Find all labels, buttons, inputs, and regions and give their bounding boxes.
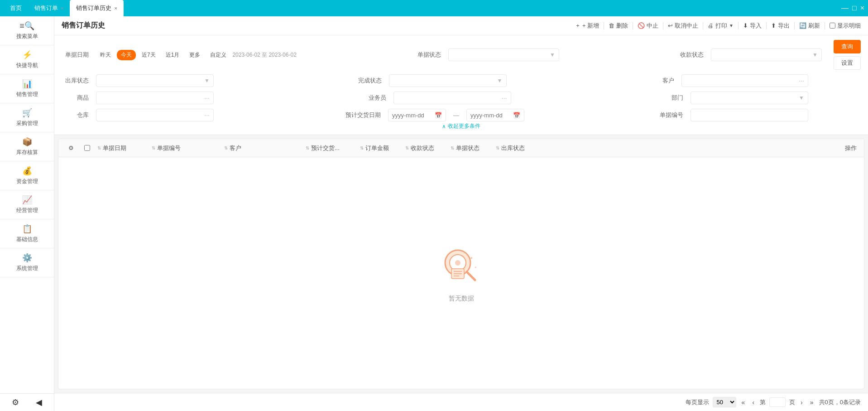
delivery-date-from-input[interactable]: [392, 112, 433, 119]
sort-amount-icon[interactable]: ⇅: [360, 145, 364, 150]
toolbar-divider-2: [633, 22, 633, 29]
stop-button[interactable]: 🚫 中止: [638, 22, 658, 30]
warehouse-dots-icon[interactable]: ···: [204, 111, 210, 119]
minimize-btn[interactable]: —: [841, 4, 849, 12]
page-header: 销售订单历史 + + 新增 🗑 删除 🚫 中止 ↩: [54, 16, 868, 35]
warehouse-input[interactable]: [100, 112, 204, 119]
delete-button[interactable]: 🗑 删除: [609, 22, 628, 30]
doc-no-input[interactable]: [695, 112, 804, 119]
purchase-icon: 🛒: [22, 108, 32, 118]
product-dots-icon[interactable]: ···: [204, 94, 210, 102]
date-chip-1month[interactable]: 近1月: [162, 50, 184, 60]
empty-illustration: ✦ ✦: [439, 244, 484, 289]
cancel-stop-button[interactable]: ↩ 取消中止: [668, 22, 698, 30]
tab-sales-order-history-close[interactable]: ×: [114, 5, 117, 11]
salesperson-input[interactable]: [398, 95, 502, 102]
customer-input[interactable]: [686, 77, 799, 84]
product-input[interactable]: [100, 95, 204, 102]
first-page-btn[interactable]: «: [740, 398, 747, 407]
doc-status-select[interactable]: ▼: [448, 48, 559, 61]
next-page-btn[interactable]: ›: [799, 398, 805, 407]
table-header: ⚙ ⇅ 单据日期 ⇅ 单据编号 ⇅ 客户 ⇅: [58, 139, 864, 157]
export-icon: ⬆: [771, 22, 776, 29]
query-button[interactable]: 查询: [834, 40, 861, 53]
set-button[interactable]: 设置: [834, 56, 861, 70]
delivery-date-from[interactable]: 📅: [388, 109, 446, 121]
date-chip-today[interactable]: 今天: [117, 50, 136, 60]
tab-sales-order-close[interactable]: ×: [61, 5, 63, 11]
salesperson-field[interactable]: ···: [393, 92, 511, 104]
warehouse-field[interactable]: ···: [96, 109, 214, 121]
product-field[interactable]: ···: [96, 92, 214, 104]
date-chip-custom[interactable]: 自定义: [206, 50, 230, 60]
customer-field[interactable]: ···: [681, 74, 808, 87]
th-check[interactable]: [80, 141, 94, 155]
total-text: 共0页，0条记录: [819, 398, 861, 406]
export-button[interactable]: ⬆ 导出: [771, 22, 790, 30]
select-all-checkbox[interactable]: [84, 145, 90, 151]
customer-dots-icon[interactable]: ···: [799, 77, 804, 84]
payment-status-select[interactable]: ▼: [711, 48, 822, 61]
tab-home[interactable]: 首页: [4, 0, 28, 16]
maximize-btn[interactable]: □: [852, 4, 857, 12]
new-button[interactable]: + + 新增: [576, 22, 599, 30]
sidebar-item-purchase[interactable]: 🛒 采购管理: [0, 103, 54, 132]
page-number-input[interactable]: 1: [769, 397, 786, 407]
collapse-up-icon: ∧: [442, 123, 446, 130]
settings-icon[interactable]: ⚙: [12, 397, 19, 407]
sidebar-item-base[interactable]: 📋 基础信息: [0, 219, 54, 248]
th-amount: ⇅ 订单金额: [356, 140, 402, 156]
search-menu-icon: ≡🔍: [19, 21, 34, 31]
th-ops: 操作: [537, 140, 860, 156]
date-chip-7days[interactable]: 近7天: [138, 50, 160, 60]
sort-date-icon[interactable]: ⇅: [97, 145, 101, 150]
toolbar-divider-7: [794, 22, 795, 29]
payment-status-chevron-icon: ▼: [812, 52, 818, 58]
tab-sales-order[interactable]: 销售订单 ×: [28, 0, 70, 16]
sort-doc-status-icon[interactable]: ⇅: [451, 145, 454, 150]
filter-collapse-btn[interactable]: ∧ 收起更多条件: [62, 122, 861, 130]
prev-page-btn[interactable]: ‹: [750, 398, 756, 407]
import-button[interactable]: ⬇ 导入: [743, 22, 762, 30]
top-bar: 首页 销售订单 × 销售订单历史 × — □ ×: [0, 0, 868, 16]
sidebar-item-operation[interactable]: 📈 经营管理: [0, 190, 54, 219]
sort-out-status-icon[interactable]: ⇅: [496, 145, 499, 150]
salesperson-dots-icon[interactable]: ···: [502, 94, 507, 102]
table-area: ⚙ ⇅ 单据日期 ⇅ 单据编号 ⇅ 客户 ⇅: [58, 139, 864, 389]
delivery-date-to[interactable]: 📅: [466, 109, 524, 121]
print-button[interactable]: 🖨 打印 ▼: [708, 22, 734, 30]
sidebar-item-search-menu[interactable]: ≡🔍 搜索菜单: [0, 16, 54, 45]
date-chip-yesterday[interactable]: 昨天: [96, 50, 115, 60]
window-close-btn[interactable]: ×: [860, 4, 864, 12]
department-label: 部门: [656, 94, 683, 102]
th-customer: ⇅ 客户: [221, 140, 302, 156]
delivery-date-to-input[interactable]: [470, 112, 511, 119]
sort-customer-icon[interactable]: ⇅: [224, 145, 228, 150]
doc-no-field[interactable]: [691, 109, 808, 121]
show-detail-checkbox-label[interactable]: 显示明细: [830, 22, 861, 30]
toolbar-divider-3: [663, 22, 663, 29]
sort-payment-icon[interactable]: ⇅: [405, 145, 409, 150]
th-out-status: ⇅ 出库状态: [492, 140, 537, 156]
sidebar-item-sales[interactable]: 📊 销售管理: [0, 74, 54, 103]
sidebar-item-system[interactable]: ⚙️ 系统管理: [0, 248, 54, 277]
page-size-select[interactable]: 50 10 20 100: [713, 397, 736, 407]
last-page-btn[interactable]: »: [808, 398, 815, 407]
show-detail-checkbox[interactable]: [830, 23, 835, 29]
tab-home-label: 首页: [10, 4, 22, 12]
refresh-button[interactable]: 🔄 刷新: [799, 22, 820, 30]
department-select[interactable]: ▼: [691, 92, 808, 104]
collapse-icon[interactable]: ◀: [36, 397, 42, 407]
sort-delivery-icon[interactable]: ⇅: [306, 145, 309, 150]
date-chip-more[interactable]: 更多: [185, 50, 204, 60]
tab-sales-order-history[interactable]: 销售订单历史 ×: [70, 0, 123, 16]
svg-text:✦: ✦: [470, 256, 473, 261]
sidebar-item-inventory[interactable]: 📦 库存核算: [0, 132, 54, 161]
th-gear[interactable]: ⚙: [62, 141, 80, 155]
sidebar-item-finance[interactable]: 💰 资金管理: [0, 161, 54, 190]
calendar-from-icon: 📅: [435, 112, 442, 119]
sort-no-icon[interactable]: ⇅: [152, 145, 155, 150]
sidebar-item-quick-nav[interactable]: ⚡ 快捷导航: [0, 45, 54, 74]
out-status-select[interactable]: ▼: [96, 74, 214, 87]
complete-status-select[interactable]: ▼: [389, 74, 507, 87]
